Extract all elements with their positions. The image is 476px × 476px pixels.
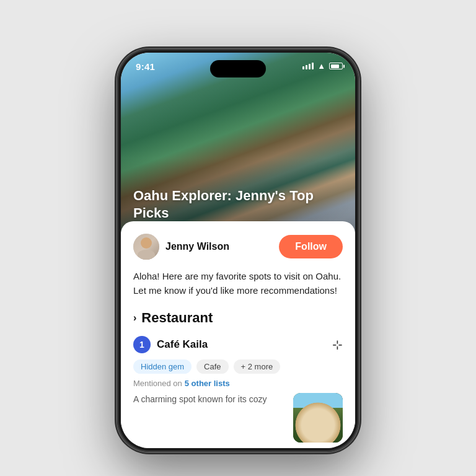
food-photo [293, 393, 343, 443]
wifi-icon: ▲ [317, 61, 325, 71]
dynamic-island [210, 60, 266, 77]
place-body: A charming spot known for its cozy [133, 393, 343, 443]
tag-hidden-gem[interactable]: Hidden gem [133, 359, 192, 374]
other-lists-link[interactable]: 5 other lists [185, 379, 230, 388]
place-card: 1 Café Kaila ⊹ Hidden gem Cafe + 2 more … [133, 336, 343, 443]
status-time: 9:41 [136, 61, 155, 72]
phone-screen: 9:41 ▲ Oahu Explorer: Jenny's Top Picks [121, 53, 355, 448]
author-row: Jenny Wilson Follow [133, 234, 343, 260]
section-header: › Restaurant [133, 310, 343, 326]
author-info: Jenny Wilson [133, 234, 229, 260]
power-button [359, 161, 361, 216]
place-number: 1 [133, 336, 151, 353]
tag-cafe[interactable]: Cafe [196, 359, 228, 374]
battery-icon [329, 63, 343, 69]
tag-more[interactable]: + 2 more [234, 359, 281, 374]
follow-button[interactable]: Follow [279, 235, 343, 258]
content-area: Jenny Wilson Follow Aloha! Here are my f… [121, 221, 355, 448]
avatar [133, 234, 159, 260]
signal-icon [302, 63, 314, 69]
phone-mockup: 9:41 ▲ Oahu Explorer: Jenny's Top Picks [117, 49, 359, 452]
place-name-row: 1 Café Kaila [133, 336, 208, 353]
bio-text: Aloha! Here are my favorite spots to vis… [133, 270, 343, 298]
author-name: Jenny Wilson [165, 241, 229, 252]
tags-row: Hidden gem Cafe + 2 more [133, 359, 343, 374]
status-icons: ▲ [302, 61, 343, 71]
mentioned-row: Mentioned on 5 other lists [133, 379, 343, 388]
place-name: Café Kaila [157, 338, 208, 351]
place-image [293, 393, 343, 443]
chevron-right-icon: › [133, 312, 136, 324]
phone-frame: 9:41 ▲ Oahu Explorer: Jenny's Top Picks [117, 49, 359, 452]
place-header: 1 Café Kaila ⊹ [133, 336, 343, 353]
mentioned-prefix: Mentioned on [133, 379, 182, 388]
section-title: Restaurant [141, 310, 213, 326]
bookmark-icon[interactable]: ⊹ [332, 337, 343, 352]
hero-title: Oahu Explorer: Jenny's Top Picks [133, 187, 343, 221]
place-description: A charming spot known for its cozy [133, 393, 286, 406]
